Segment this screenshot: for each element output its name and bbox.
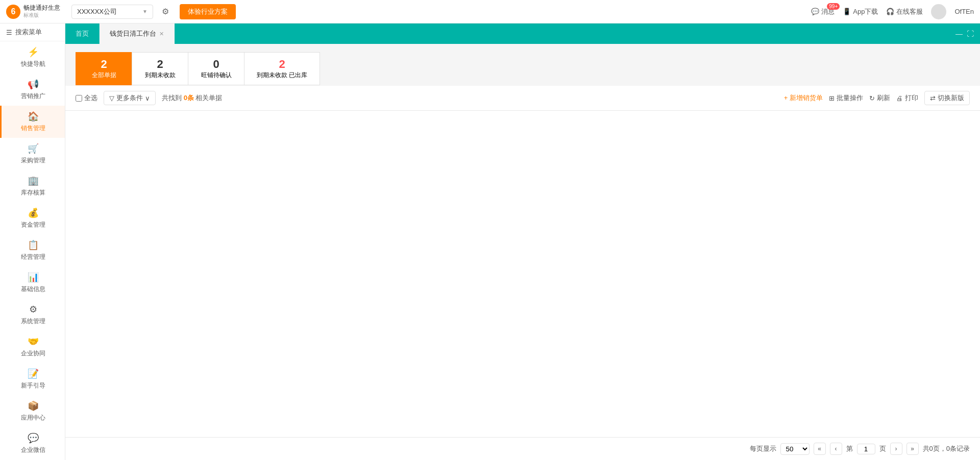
company-selector[interactable]: XXXXXX公司 ▼ [71, 5, 153, 19]
guide-icon: 📝 [28, 368, 39, 379]
page-suffix: 页 [879, 444, 886, 453]
tab-bar-actions: — ⛶ [949, 23, 980, 44]
filter-tab-overdue[interactable]: 2 到期未收款 [132, 52, 188, 85]
settings-button[interactable]: ⚙ [157, 4, 174, 20]
filter-tab-overdue-count: 2 [144, 58, 176, 71]
megaphone-icon: 📢 [28, 79, 39, 90]
sidebar: ☰ 搜索菜单 ⚡ 快捷导航 📢 营销推广 🏠 销售管理 🛒 采购管理 🏢 库存核… [0, 23, 65, 460]
batch-operation-button[interactable]: ⊞ 批量操作 [829, 93, 863, 103]
app-download-label: App下载 [853, 7, 878, 16]
tab-minimize-button[interactable]: — [955, 30, 963, 38]
sidebar-item-purchase[interactable]: 🛒 采购管理 [0, 138, 65, 170]
gear-icon: ⚙ [29, 304, 37, 315]
sidebar-item-label: 企业微信 [21, 446, 45, 454]
sidebar-item-quick-nav[interactable]: ⚡ 快捷导航 [0, 41, 65, 74]
search-menu-item[interactable]: ☰ 搜索菜单 [0, 23, 65, 41]
filter-tab-all-label: 全部单据 [92, 71, 116, 79]
cart-icon: 🛒 [28, 143, 39, 154]
filter-tab-wangdian-label: 旺铺待确认 [201, 71, 232, 79]
app-name: 畅捷通好生意 [23, 4, 60, 12]
chevron-down-icon: ▼ [142, 9, 148, 14]
print-label: 打印 [905, 93, 918, 103]
filter-tab-unshipped[interactable]: 2 到期未收款 已出库 [244, 52, 320, 85]
sidebar-item-base-info[interactable]: 📊 基础信息 [0, 267, 65, 299]
online-service-button[interactable]: 🎧 在线客服 [886, 7, 923, 16]
filter-tab-unshipped-label: 到期未收款 已出库 [257, 71, 307, 79]
pagination: 每页显示 50 20 100 « ‹ 第 页 › » 共0页，0条记录 [65, 437, 980, 460]
page-number-input[interactable] [857, 444, 875, 454]
filter-tab-all-count: 2 [88, 58, 119, 71]
switch-label: 切换新版 [938, 93, 964, 103]
select-all-checkbox[interactable]: 全选 [76, 93, 97, 103]
home-icon: 🏠 [28, 111, 39, 122]
clipboard-icon: 📋 [28, 239, 39, 251]
chevron-icon: ∨ [145, 94, 150, 102]
sidebar-item-label: 经营管理 [21, 253, 45, 261]
tab-bar: 首页 钱货日清工作台 ✕ — ⛶ [65, 23, 980, 44]
refresh-button[interactable]: ↻ 刷新 [869, 93, 890, 103]
headset-icon: 🎧 [886, 8, 894, 15]
sidebar-item-inventory[interactable]: 🏢 库存核算 [0, 170, 65, 202]
message-button[interactable]: 💬 消息 99+ [811, 7, 835, 16]
switch-version-button[interactable]: ⇄ 切换新版 [924, 91, 970, 105]
message-badge: 99+ [827, 3, 840, 10]
avatar[interactable] [931, 4, 946, 19]
refresh-label: 刷新 [877, 93, 890, 103]
filter-tab-wangdian[interactable]: 0 旺铺待确认 [188, 52, 244, 85]
money-icon: 💰 [28, 207, 39, 219]
tab-home[interactable]: 首页 [65, 23, 100, 44]
avatar-name: OfTEn [954, 8, 974, 15]
sidebar-item-label: 营销推广 [21, 92, 45, 101]
last-page-button[interactable]: » [906, 443, 919, 455]
sidebar-item-sales[interactable]: 🏠 销售管理 [0, 106, 65, 138]
add-sale-order-button[interactable]: + 新增销货单 [784, 93, 823, 103]
page-content: 2 全部单据 2 到期未收款 0 旺铺待确认 2 到期未收款 已出库 [65, 44, 980, 460]
search-menu-label: 搜索菜单 [15, 28, 42, 37]
filter-tab-overdue-label: 到期未收款 [145, 71, 176, 79]
select-all-input[interactable] [76, 95, 82, 102]
sidebar-item-app-center[interactable]: 📦 应用中心 [0, 395, 65, 427]
sidebar-item-label: 库存核算 [21, 188, 45, 197]
app-name-area: 畅捷通好生意 标准版 [23, 4, 60, 19]
header-right: 💬 消息 99+ 📱 App下载 🎧 在线客服 OfTEn [811, 4, 974, 19]
sidebar-item-finance[interactable]: 💰 资金管理 [0, 202, 65, 234]
sidebar-item-cooperation[interactable]: 🤝 企业协同 [0, 331, 65, 363]
filter-tab-wangdian-count: 0 [201, 58, 232, 71]
company-name: XXXXXX公司 [77, 7, 117, 16]
sidebar-item-label: 快捷导航 [21, 60, 45, 68]
tab-cash-daily-label: 钱货日清工作台 [110, 29, 156, 38]
more-conditions-button[interactable]: ▽ 更多条件 ∨ [104, 91, 156, 105]
sidebar-item-operations[interactable]: 📋 经营管理 [0, 234, 65, 267]
batch-icon: ⊞ [829, 94, 835, 102]
toolbar: 全选 ▽ 更多条件 ∨ 共找到 0条 相关单据 + 新增销货单 ⊞ 批量操作 [65, 86, 980, 111]
sidebar-item-label: 企业协同 [21, 349, 45, 358]
first-page-button[interactable]: « [814, 443, 826, 455]
tab-cash-daily[interactable]: 钱货日清工作台 ✕ [100, 23, 175, 44]
trial-button[interactable]: 体验行业方案 [180, 4, 236, 19]
filter-tab-all[interactable]: 2 全部单据 [76, 52, 132, 85]
sidebar-item-label: 基础信息 [21, 285, 45, 294]
top-header: 6 畅捷通好生意 标准版 XXXXXX公司 ▼ ⚙ 体验行业方案 💬 消息 99… [0, 0, 980, 23]
box-icon: 📦 [28, 400, 39, 411]
sidebar-item-marketing[interactable]: 📢 营销推广 [0, 74, 65, 106]
app-logo-icon: 6 [6, 5, 20, 19]
sidebar-item-wechat[interactable]: 💬 企业微信 [0, 427, 65, 459]
sidebar-item-system[interactable]: ⚙ 系统管理 [0, 299, 65, 331]
found-count: 0条 [184, 94, 194, 102]
tab-close-icon[interactable]: ✕ [159, 31, 164, 37]
toolbar-right: + 新增销货单 ⊞ 批量操作 ↻ 刷新 🖨 打印 ⇄ [784, 91, 970, 105]
prev-page-button[interactable]: ‹ [830, 443, 842, 455]
print-button[interactable]: 🖨 打印 [896, 93, 918, 103]
sidebar-item-guide[interactable]: 📝 新手引导 [0, 363, 65, 395]
sidebar-item-label: 系统管理 [21, 317, 45, 326]
batch-label: 批量操作 [837, 93, 863, 103]
per-page-select[interactable]: 50 20 100 [780, 443, 810, 455]
main-layout: ☰ 搜索菜单 ⚡ 快捷导航 📢 营销推广 🏠 销售管理 🛒 采购管理 🏢 库存核… [0, 23, 980, 460]
wechat-icon: 💬 [28, 432, 39, 444]
next-page-button[interactable]: › [890, 443, 902, 455]
app-download-button[interactable]: 📱 App下载 [843, 7, 878, 16]
total-info: 共0页，0条记录 [923, 444, 970, 453]
handshake-icon: 🤝 [28, 336, 39, 347]
tab-maximize-button[interactable]: ⛶ [967, 30, 974, 38]
filter-tabs: 2 全部单据 2 到期未收款 0 旺铺待确认 2 到期未收款 已出库 [65, 44, 980, 85]
